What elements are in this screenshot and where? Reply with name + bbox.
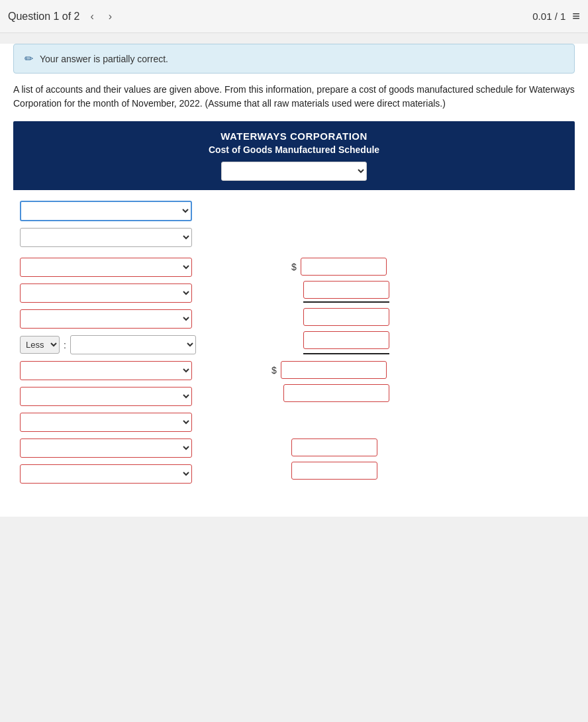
row-2 (20, 228, 568, 247)
score-area: 0.01 / 1 ≡ (532, 9, 580, 24)
left-col-section-1: Less Add : (20, 258, 258, 361)
row3-right: $ (291, 258, 568, 276)
row-11-left (20, 464, 258, 484)
form-area: Less Add : $ (13, 190, 575, 497)
row3-label-dropdown[interactable] (20, 258, 192, 277)
underline-1 (303, 300, 568, 304)
row6-value-input[interactable] (303, 331, 389, 349)
less-dropdown[interactable]: Less Add (20, 336, 60, 354)
left-col-section-3 (20, 438, 258, 490)
row8-value-input[interactable] (283, 384, 389, 402)
schedule-title: Cost of Goods Manufactured Schedule (20, 144, 568, 155)
right-col-section-3 (258, 438, 568, 490)
pencil-icon: ✏ (24, 52, 33, 65)
row8-right (271, 384, 568, 402)
row9-label-dropdown[interactable] (20, 413, 192, 432)
row7-right: $ (271, 361, 568, 379)
instructions-text: A list of accounts and their values are … (13, 83, 575, 111)
two-col-section-2: $ (20, 361, 568, 413)
dollar-sign-1: $ (291, 262, 297, 272)
next-question-button[interactable]: › (105, 9, 116, 24)
row4-label-dropdown[interactable] (20, 284, 192, 303)
row-7-left (20, 361, 258, 380)
row5-value-input[interactable] (303, 308, 389, 326)
right-col-section-2: $ (258, 361, 568, 413)
question-navigation: Question 1 of 2 ‹ › (8, 9, 116, 24)
row11-value-input[interactable] (291, 462, 377, 480)
row10-right (291, 438, 568, 456)
menu-icon[interactable]: ≡ (572, 9, 580, 24)
row4-right (291, 281, 568, 299)
row-1 (20, 201, 568, 221)
row-4-left (20, 284, 258, 303)
row5-right (291, 308, 568, 326)
corporation-name: WATERWAYS CORPORATION (20, 130, 568, 142)
row3-value-input[interactable] (301, 258, 387, 276)
row1-label-dropdown[interactable] (20, 201, 192, 221)
row6-right (291, 331, 568, 349)
right-col-section-1: $ (258, 258, 568, 361)
two-col-section-1: Less Add : $ (20, 258, 568, 361)
header-period-dropdown[interactable] (221, 162, 367, 181)
row10-value-input[interactable] (291, 438, 377, 456)
dollar-sign-2: $ (271, 365, 277, 376)
schedule-header: WATERWAYS CORPORATION Cost of Goods Manu… (13, 121, 575, 190)
row-10-left (20, 438, 258, 458)
row-5-left (20, 309, 258, 329)
row-8-left (20, 387, 258, 406)
partial-correct-text: Your answer is partially correct. (40, 54, 168, 64)
row2-label-dropdown[interactable] (20, 228, 192, 247)
row-6-left: Less Add : (20, 335, 258, 354)
partial-correct-banner: ✏ Your answer is partially correct. (13, 44, 575, 74)
colon-label-dropdown[interactable] (70, 335, 196, 354)
top-navigation-bar: Question 1 of 2 ‹ › 0.01 / 1 ≡ (0, 0, 588, 33)
row5-label-dropdown[interactable] (20, 309, 192, 329)
question-label: Question 1 of 2 (8, 11, 80, 23)
score-display: 0.01 / 1 (532, 11, 565, 22)
main-content: ✏ Your answer is partially correct. A li… (0, 44, 588, 517)
two-col-section-3 (20, 438, 568, 490)
row7-label-dropdown[interactable] (20, 361, 192, 380)
left-col-section-2 (20, 361, 258, 413)
row7-value-input[interactable] (281, 361, 387, 379)
row11-label-dropdown[interactable] (20, 464, 192, 484)
underline-2 (303, 352, 568, 356)
row8-label-dropdown[interactable] (20, 387, 192, 406)
colon-separator: : (64, 340, 66, 350)
row10-label-dropdown[interactable] (20, 438, 192, 458)
row4-value-input[interactable] (303, 281, 389, 299)
row-3-left (20, 258, 258, 277)
prev-question-button[interactable]: ‹ (87, 9, 98, 24)
row11-right (291, 462, 568, 480)
row-9 (20, 413, 568, 432)
header-dropdown-wrapper (20, 162, 568, 181)
